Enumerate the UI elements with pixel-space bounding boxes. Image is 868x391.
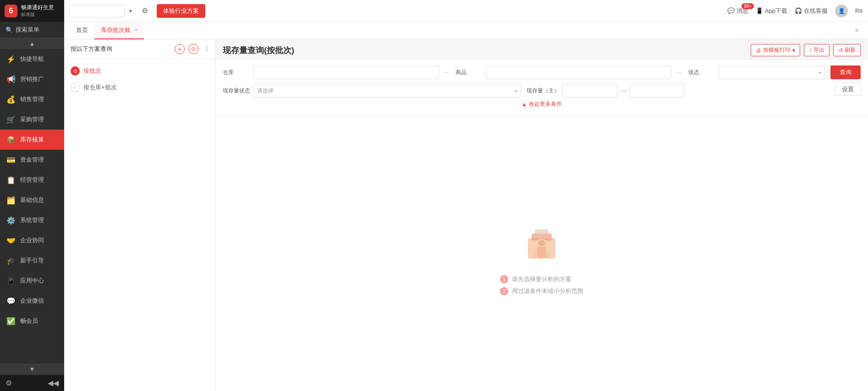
- search-menu[interactable]: 🔍 搜索菜单: [0, 22, 64, 38]
- empty-state: 1 请先选择要分析的方案 2 用过滤条件来缩小分析范围: [215, 117, 868, 391]
- stock-status-select[interactable]: 请选择: [253, 84, 521, 98]
- tab-inventory-batch-label: 库存批次账: [101, 26, 131, 34]
- sidebar-item-label: 经营管理: [20, 176, 44, 184]
- warehouse-input[interactable]: [253, 65, 439, 79]
- filter-list: ⊙ 按批次 ○ 按仓库+批次: [64, 59, 215, 391]
- topbar-gear-btn[interactable]: ⚙: [138, 5, 151, 17]
- empty-hint-2: 2 用过滤条件来缩小分析范围: [500, 287, 583, 295]
- sidebar-item-inventory[interactable]: 📦 库存核算: [0, 130, 64, 150]
- stock-qty-from-input[interactable]: [562, 84, 617, 98]
- service-icon: 🎧: [795, 7, 802, 14]
- refresh-icon: ↺: [838, 47, 843, 54]
- sidebar-item-label: 资金管理: [20, 156, 44, 164]
- sidebar-item-label: 基础信息: [20, 196, 44, 204]
- warehouse-more-btn[interactable]: ···: [442, 69, 450, 76]
- sidebar-item-quick-nav[interactable]: ⚡ 快捷导航: [0, 49, 64, 69]
- tab-close-btn[interactable]: ×: [134, 27, 137, 33]
- scroll-up-btn[interactable]: ▲: [0, 38, 64, 49]
- filter-setting-btn[interactable]: ⊙: [188, 44, 198, 54]
- goods-filter-group: 商品 ···: [456, 65, 683, 79]
- export-icon: ↑: [809, 47, 812, 54]
- filter-collapse-btn[interactable]: 《: [202, 45, 209, 53]
- sidebar-item-finance[interactable]: 💳 资金管理: [0, 150, 64, 170]
- sidebar-item-purchase[interactable]: 🛒 采购管理: [0, 109, 64, 130]
- sidebar-item-appstore[interactable]: 📱 应用中心: [0, 271, 64, 291]
- filter-item-warehouse-batch[interactable]: ○ 按仓库+批次: [64, 79, 215, 96]
- weixin-icon: 💬: [6, 296, 16, 305]
- export-btn[interactable]: ↑ 导出: [804, 44, 830, 56]
- basic-icon: 🗂️: [6, 196, 16, 205]
- stock-status-select-wrapper: 请选择: [253, 84, 521, 98]
- app-title: 畅康通好生意: [21, 4, 54, 11]
- tab-home[interactable]: 首页: [70, 22, 94, 39]
- sidebar: 6 畅康通好生意 标准版 🔍 搜索菜单 ▲ ⚡ 快捷导航 📢 营销推广 💰 销售…: [0, 0, 64, 391]
- online-service-btn[interactable]: 🎧 在线客服: [795, 7, 828, 15]
- sidebar-item-basic[interactable]: 🗂️ 基础信息: [0, 190, 64, 210]
- status-select-wrapper: [719, 65, 825, 79]
- search-menu-label: 搜索菜单: [16, 26, 39, 34]
- sidebar-item-operation[interactable]: 📋 经营管理: [0, 170, 64, 190]
- trial-btn[interactable]: 体验行业方案: [157, 4, 205, 18]
- svg-rect-5: [537, 246, 546, 258]
- sidebar-item-sales[interactable]: 💰 销售管理: [0, 89, 64, 109]
- status-select[interactable]: [719, 65, 825, 79]
- filter-batch-icon: ⊙: [71, 66, 80, 76]
- purchase-icon: 🛒: [6, 115, 16, 124]
- operation-icon: 📋: [6, 175, 16, 185]
- sidebar-item-marketing[interactable]: 📢 营销推广: [0, 69, 64, 89]
- sidebar-item-label: 系统管理: [20, 216, 44, 224]
- filter-batch-label: 按批次: [83, 67, 101, 75]
- tab-panel-close-btn[interactable]: ×: [851, 27, 863, 35]
- footer-settings-icon[interactable]: ⚙: [5, 379, 12, 387]
- content-area: 现存量查询(按批次) 🖨 按模板打印 ▾ ↑ 导出 ↺ 刷新: [215, 39, 868, 391]
- messages-btn[interactable]: 💬 消息 99+: [727, 7, 748, 15]
- sidebar-item-enterprise[interactable]: 🤝 企业协同: [0, 230, 64, 250]
- refresh-btn[interactable]: ↺ 刷新: [833, 44, 861, 56]
- footer-collapse-icon[interactable]: ◀◀: [48, 379, 59, 387]
- goods-input[interactable]: [486, 65, 672, 79]
- search-filters: 仓库 ··· 商品 ··· 状态: [215, 60, 868, 117]
- page-area: 按以下方案查询 + ⊙ 《 ⊙ 按批次 ○ 按仓库+批次: [64, 39, 868, 391]
- query-btn[interactable]: 查询: [830, 65, 861, 79]
- filter-item-batch[interactable]: ⊙ 按批次: [64, 63, 215, 79]
- sidebar-item-label: 新手引导: [20, 256, 44, 265]
- app-download-btn[interactable]: 📱 App下载: [756, 7, 787, 15]
- sidebar-item-guide[interactable]: 🎓 新手引导: [0, 250, 64, 271]
- sidebar-item-weixin[interactable]: 💬 企业微信: [0, 291, 64, 311]
- filter-warehouse-batch-icon: ○: [71, 83, 80, 92]
- collapse-bar[interactable]: ▲ 收起更多条件: [223, 98, 861, 111]
- goods-more-btn[interactable]: ···: [675, 69, 683, 76]
- sidebar-item-member[interactable]: ✅ 畅会员: [0, 311, 64, 331]
- marketing-icon: 📢: [6, 75, 16, 84]
- enterprise-icon: 🤝: [6, 236, 16, 245]
- username[interactable]: Rit: [855, 7, 863, 14]
- sidebar-footer: ⚙ ◀◀: [0, 375, 64, 391]
- page-title: 现存量查询(按批次): [223, 45, 294, 56]
- avatar[interactable]: 👤: [835, 5, 848, 17]
- svg-point-4: [538, 240, 545, 246]
- search-icon: 🔍: [5, 27, 13, 33]
- stock-qty-to-input[interactable]: [629, 84, 684, 98]
- app-subtitle: 标准版: [21, 11, 54, 18]
- scroll-down-btn[interactable]: ▼: [0, 364, 64, 375]
- sidebar-header: 6 畅康通好生意 标准版: [0, 0, 64, 22]
- hint-text-2: 用过滤条件来缩小分析范围: [512, 287, 583, 295]
- tab-inventory-batch[interactable]: 库存批次账 ×: [94, 22, 144, 39]
- sidebar-item-label: 采购管理: [20, 115, 44, 124]
- stock-qty-label: 现存量（主）: [527, 87, 560, 95]
- topbar-dropdown-btn[interactable]: ▾: [126, 5, 135, 17]
- empty-illustration: [514, 213, 569, 268]
- sidebar-item-label: 应用中心: [20, 277, 44, 285]
- setting-btn[interactable]: 设置: [835, 82, 861, 96]
- refresh-label: 刷新: [845, 46, 856, 54]
- sidebar-item-system[interactable]: ⚙️ 系统管理: [0, 210, 64, 230]
- filter-add-btn[interactable]: +: [175, 44, 185, 54]
- topbar-search-input[interactable]: [70, 5, 125, 17]
- stock-qty-filter-group: 现存量（主） —: [527, 84, 825, 98]
- svg-rect-2: [535, 229, 549, 235]
- app-label: App下载: [765, 7, 787, 15]
- print-btn[interactable]: 🖨 按模板打印 ▾: [751, 44, 800, 56]
- hint-num-2: 2: [500, 287, 508, 295]
- filter-panel-header: 按以下方案查询 + ⊙ 《: [64, 39, 215, 59]
- print-icon: 🖨: [756, 47, 761, 54]
